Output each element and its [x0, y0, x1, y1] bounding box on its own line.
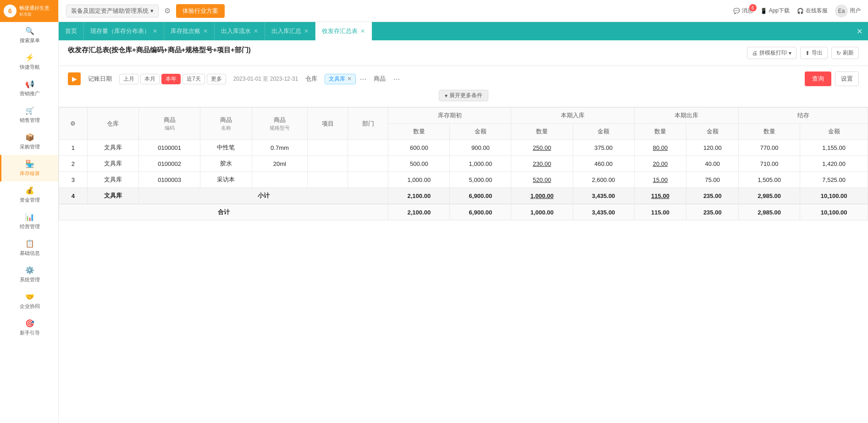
expand-icon: ▾	[445, 93, 448, 99]
date-btn-this-year[interactable]: 本年	[161, 74, 181, 84]
message-badge: 6	[749, 4, 757, 11]
cell-balance-qty-2: 1,505.00	[739, 172, 800, 188]
total-out-amt: 235.00	[686, 204, 739, 220]
basic-icon: 📋	[25, 239, 34, 248]
table-wrapper: ⚙ 仓库 商品编码 商品名称 商品规格型号 项目 部门 库存期初 本期入库 本期…	[59, 107, 868, 423]
online-service-label: 在线客服	[806, 7, 828, 15]
online-service-action[interactable]: 🎧 在线客服	[797, 7, 828, 15]
cell-in-qty-0[interactable]: 250.00	[511, 140, 573, 156]
experience-button[interactable]: 体验行业方案	[176, 4, 225, 18]
date-btn-more[interactable]: 更多	[207, 74, 226, 84]
goods-more-icon[interactable]: ···	[393, 74, 400, 84]
cell-balance-amt-1: 1,420.00	[800, 156, 868, 172]
export-button[interactable]: ⬆ 导出	[800, 47, 828, 59]
message-action[interactable]: 💬 消息 6	[733, 7, 753, 15]
avatar: Ea	[835, 5, 848, 17]
cell-in-qty-2[interactable]: 520.00	[511, 172, 573, 188]
tab-inout-flow[interactable]: 出入库流水✕	[215, 22, 265, 40]
topbar-actions: 💬 消息 6 📱 App下载 🎧 在线客服 Ea 用户	[733, 5, 861, 17]
sidebar-item-marketing[interactable]: 📢 营销推广	[0, 75, 58, 102]
date-btn-this-month[interactable]: 本月	[140, 74, 160, 84]
system-name: 装备及固定资产辅助管理系统	[71, 7, 149, 15]
query-button[interactable]: 查询	[805, 71, 831, 86]
sidebar-item-enterprise[interactable]: 🤝 企业协同	[0, 288, 58, 314]
th-opening-qty: 数量	[388, 124, 450, 140]
th-dept: 部门	[348, 108, 388, 140]
print-button[interactable]: 🖨 拼模板打印 ▾	[747, 47, 796, 59]
cell-out-qty-1[interactable]: 20.00	[634, 156, 686, 172]
th-project: 项目	[308, 108, 348, 140]
sidebar-item-label-operations: 经营管理	[20, 223, 40, 230]
logo-sub: 标准版	[19, 11, 50, 17]
tab-inout-summary[interactable]: 出入库汇总✕	[265, 22, 315, 40]
sidebar-item-purchase[interactable]: 📦 采购管理	[0, 128, 58, 155]
sidebar-item-operations[interactable]: 📊 经营管理	[0, 208, 58, 235]
cell-out-qty-2[interactable]: 15.00	[634, 172, 686, 188]
settings-button[interactable]: 设置	[835, 71, 859, 86]
sidebar-item-search[interactable]: 🔍 搜索菜单	[0, 22, 58, 49]
sidebar-item-quicknav[interactable]: ⚡ 快捷导航	[0, 49, 58, 75]
th-settings[interactable]: ⚙	[59, 108, 88, 140]
sidebar-item-sales[interactable]: 🛒 销售管理	[0, 102, 58, 128]
app-download-action[interactable]: 📱 App下载	[760, 7, 790, 15]
cell-out-amt-2: 75.00	[686, 172, 739, 188]
print-icon: 🖨	[752, 50, 757, 56]
cell-name-2: 采访本	[200, 172, 252, 188]
expand-more-button[interactable]: ▾ 展开更多条件	[439, 90, 488, 101]
tab-close-recv-send-summary[interactable]: ✕	[360, 28, 365, 34]
tab-inventory-dist[interactable]: 现存量（库存分布表）✕	[84, 22, 164, 40]
sidebar-item-inventory[interactable]: 🏪 库存核算	[0, 155, 58, 181]
cell-out-qty-0[interactable]: 80.00	[634, 140, 686, 156]
subtotal-out-qty[interactable]: 115.00	[634, 188, 686, 204]
date-btn-7days[interactable]: 近7天	[182, 74, 205, 84]
page-title: 收发存汇总表(按仓库+商品编码+商品+规格型号+项目+部门)	[68, 46, 251, 55]
tab-close-inout-flow[interactable]: ✕	[254, 28, 258, 34]
sidebar-item-basic[interactable]: 📋 基础信息	[0, 235, 58, 261]
cell-balance-qty-1: 710.00	[739, 156, 800, 172]
th-group-period-in: 本期入库	[511, 108, 634, 124]
warehouse-more-icon[interactable]: ···	[359, 74, 366, 84]
close-all-icon[interactable]: ✕	[851, 27, 868, 36]
user-label: 用户	[850, 7, 861, 15]
tab-home[interactable]: 首页	[59, 22, 84, 40]
th-balance-amt: 金额	[800, 124, 868, 140]
app-download-label: App下载	[769, 7, 790, 15]
filter-expand-button[interactable]: ▶	[68, 72, 81, 85]
cell-code-2: 0100003	[139, 172, 200, 188]
th-in-qty: 数量	[511, 124, 573, 140]
cell-out-amt-1: 40.00	[686, 156, 739, 172]
sidebar-item-label-search: 搜索菜单	[20, 37, 40, 44]
tab-recv-send-summary[interactable]: 收发存汇总表✕	[315, 22, 372, 40]
search-icon: 🔍	[25, 27, 34, 35]
tab-close-batch-ledger[interactable]: ✕	[203, 28, 208, 34]
tab-close-inout-summary[interactable]: ✕	[304, 28, 309, 34]
enterprise-icon: 🤝	[25, 292, 34, 301]
marketing-icon: 📢	[25, 80, 34, 88]
date-btn-last-month[interactable]: 上月	[119, 74, 138, 84]
cell-in-qty-1[interactable]: 230.00	[511, 156, 573, 172]
sidebar-item-label-purchase: 采购管理	[20, 143, 40, 150]
tab-batch-ledger[interactable]: 库存批次账✕	[164, 22, 215, 40]
sidebar-item-system[interactable]: ⚙️ 系统管理	[0, 261, 58, 288]
warehouse-tag-close-icon[interactable]: ✕	[347, 76, 352, 82]
total-opening-amt: 6,900.00	[450, 204, 511, 220]
subtotal-opening-amt: 6,900.00	[450, 188, 511, 204]
subtotal-in-qty[interactable]: 1,000.00	[511, 188, 573, 204]
cell-code-1: 0100002	[139, 156, 200, 172]
settings-icon[interactable]: ⚙	[164, 6, 171, 15]
refresh-button[interactable]: ↻ 刷新	[831, 47, 859, 59]
inventory-icon: 🏪	[25, 159, 34, 168]
filter-row: ▶ 记账日期 上月 本月 本年 近7天 更多 2023-01-01 至 2023…	[68, 71, 859, 86]
th-group-opening: 库存期初	[388, 108, 511, 124]
cell-opening-qty-2: 1,000.00	[388, 172, 450, 188]
sidebar-item-finance[interactable]: 💰 资金管理	[0, 181, 58, 208]
sidebar-item-guide[interactable]: 🎯 新手引导	[0, 314, 58, 341]
table-row: 3 文具库 0100003 采访本 1,000.00 5,000.00 520.…	[59, 172, 868, 188]
tab-close-inventory-dist[interactable]: ✕	[153, 28, 157, 34]
user-action[interactable]: Ea 用户	[835, 5, 861, 17]
cell-project-2	[308, 172, 348, 188]
th-group-balance: 结存	[739, 108, 868, 124]
column-settings-icon[interactable]: ⚙	[70, 120, 76, 127]
system-select[interactable]: 装备及固定资产辅助管理系统 ▾	[66, 5, 159, 17]
cell-index-0: 1	[59, 140, 88, 156]
